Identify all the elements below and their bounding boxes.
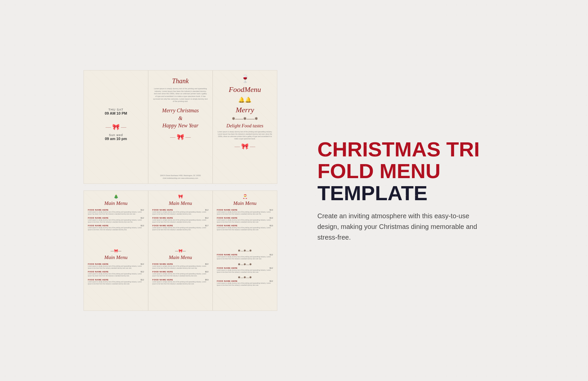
food-desc-1-1: Lorem ipsum is simply dummy text of the … xyxy=(88,211,144,216)
food-desc-2-3: Lorem ipsum is simply dummy text of the … xyxy=(152,227,208,231)
food-item-1-6: FOOD NAME HERE $12 Lorem ipsum is simply… xyxy=(88,279,144,285)
food-item-2-5: FOOD NAME HERE $22 Lorem ipsum is simply… xyxy=(152,271,208,277)
center-lorem: Lorem ipsum is simply dummy text of the … xyxy=(153,88,208,103)
bow-icon-center: 🎀 xyxy=(170,133,191,141)
top-panel-center: Thank Lorem ipsum is simply dummy text o… xyxy=(148,71,213,183)
hours-time-1: 09 AM 10 PM xyxy=(105,111,127,115)
food-desc-1-4: Lorem ipsum is simply dummy text of the … xyxy=(88,265,144,270)
christmas-icon-1: 🎄 xyxy=(88,194,144,199)
food-item-3-2: FOOD NAME HERE $13 Lorem ipsum is simply… xyxy=(217,217,273,224)
food-name-2-5: FOOD NAME HERE xyxy=(152,271,173,273)
bells-icon: 🔔🔔 xyxy=(238,97,252,103)
food-item-2-6: FOOD NAME HERE $53 Lorem ipsum is simply… xyxy=(152,279,208,285)
panel-2-bottom: Main Menu FOOD NAME HERE $22 Lorem ipsum… xyxy=(152,255,208,307)
food-name-2-3: FOOD NAME HERE xyxy=(152,225,173,227)
address-block: 2643 N Street Northwest 4456, Washington… xyxy=(153,174,208,179)
food-item-3-4: FOOD NAME HERE $12 Lorem ipsum is simply… xyxy=(217,254,273,260)
food-price-1-5: $12 xyxy=(141,271,144,273)
food-item-1-3: FOOD NAME HERE $13 Lorem ipsum is simply… xyxy=(88,225,144,231)
food-price-1-2: $12 xyxy=(141,217,144,219)
food-price-2-6: $53 xyxy=(205,279,208,281)
hours-block-2: Sun wed 09 am 10 pm xyxy=(105,133,127,141)
amp-text: & xyxy=(178,115,182,121)
top-panel-left: THU SAT 09 AM 10 PM 🎀 Sun wed 09 am 10 p… xyxy=(84,71,148,183)
food-price-2-3: $17 xyxy=(205,225,208,227)
description-text: Create an inviting atmosphere with this … xyxy=(317,211,491,243)
food-item-3-3: FOOD NAME HERE $13 Lorem ipsum is simply… xyxy=(217,225,273,231)
food-item-2-3: FOOD NAME HERE $17 Lorem ipsum is simply… xyxy=(152,225,208,231)
food-name-1-5: FOOD NAME HERE xyxy=(88,271,109,273)
food-price-1-1: $12 xyxy=(141,209,144,211)
food-name-3-3: FOOD NAME HERE xyxy=(217,225,238,227)
food-name-1-6: FOOD NAME HERE xyxy=(88,279,109,281)
panel-3-top: 🎅 Main Menu FOOD NAME HERE $13 Lorem ips… xyxy=(217,194,273,248)
food-price-3-3: $13 xyxy=(270,225,273,227)
food-price-1-4: $12 xyxy=(141,263,144,265)
inner-panel-1: 🎄 Main Menu FOOD NAME HERE $12 Lorem ips… xyxy=(84,191,148,310)
food-name-1-2: FOOD NAME HERE xyxy=(88,217,109,219)
food-name-1-1: FOOD NAME HERE xyxy=(88,209,109,211)
food-desc-3-3: Lorem ipsum is simply dummy text of the … xyxy=(217,227,273,231)
snowflake-divider-3b: ❄—❄—❄ xyxy=(217,263,273,266)
panel-2-top: 🎀 Main Menu FOOD NAME HERE $12 Lorem ips… xyxy=(152,194,208,247)
food-name-1-3: FOOD NAME HERE xyxy=(88,225,109,227)
food-desc-1-2: Lorem ipsum is simply dummy text of the … xyxy=(88,219,144,224)
food-name-2-6: FOOD NAME HERE xyxy=(152,279,173,281)
main-menu-title-1b: Main Menu xyxy=(88,255,144,260)
top-menu-card: THU SAT 09 AM 10 PM 🎀 Sun wed 09 am 10 p… xyxy=(84,70,277,184)
food-desc-3-6: Lorem ipsum is simply dummy text of the … xyxy=(217,282,273,287)
food-price-3-6: $12 xyxy=(270,280,273,282)
food-desc-2-5: Lorem ipsum is simply dummy text of the … xyxy=(152,273,208,277)
food-name-3-6: FOOD NAME HERE xyxy=(217,280,238,282)
christmas-icon-3: 🎅 xyxy=(217,194,273,199)
merry-christmas-text: Merry Christmas & Happy New Year xyxy=(162,107,199,129)
info-section: CHRISTMAS TRI FOLD MENU TEMPLATE Create … xyxy=(304,138,504,242)
main-menu-title-2a: Main Menu xyxy=(152,201,208,206)
main-menu-title-2b: Main Menu xyxy=(152,255,208,260)
food-desc-2-1: Lorem ipsum is simply dummy text of the … xyxy=(152,211,208,216)
title-line-1: CHRISTMAS TRI xyxy=(317,138,504,160)
merry-line1: Merry Christmas xyxy=(162,108,199,113)
food-price-3-1: $13 xyxy=(270,209,273,211)
right-lorem: Lorem ipsum is simply dummy text of the … xyxy=(217,131,272,140)
panel-1-bottom: Main Menu FOOD NAME HERE $12 Lorem ipsum… xyxy=(88,255,144,307)
thank-text: Thank xyxy=(172,77,189,85)
hours-block-1: THU SAT 09 AM 10 PM xyxy=(105,108,127,115)
merry-line2: Happy New Year xyxy=(162,123,198,128)
snowflake-divider-3: ❄—❄—❄ xyxy=(217,249,273,252)
food-price-3-4: $12 xyxy=(270,254,273,256)
food-desc-2-4: Lorem ipsum is simply dummy text of the … xyxy=(152,265,208,270)
food-name-3-2: FOOD NAME HERE xyxy=(217,217,238,219)
food-item-1-1: FOOD NAME HERE $12 Lorem ipsum is simply… xyxy=(88,209,144,216)
food-item-1-5: FOOD NAME HERE $12 Lorem ipsum is simply… xyxy=(88,271,144,277)
food-name-3-4: FOOD NAME HERE xyxy=(217,254,238,256)
food-item-3-5: FOOD NAME HERE $12 Lorem ipsum is simply… xyxy=(217,267,273,274)
small-bow-2: —🎀— xyxy=(152,249,208,253)
bottom-menu-card: 🎄 Main Menu FOOD NAME HERE $12 Lorem ips… xyxy=(84,190,277,311)
food-item-2-4: FOOD NAME HERE $22 Lorem ipsum is simply… xyxy=(152,263,208,270)
food-price-1-3: $13 xyxy=(141,225,144,227)
food-item-1-2: FOOD NAME HERE $12 Lorem ipsum is simply… xyxy=(88,217,144,224)
food-price-2-2: $12 xyxy=(205,217,208,219)
food-desc-1-3: Lorem ipsum is simply dummy text of the … xyxy=(88,227,144,231)
food-price-2-1: $12 xyxy=(205,209,208,211)
main-title: CHRISTMAS TRI FOLD MENU TEMPLATE xyxy=(317,138,504,204)
food-name-2-1: FOOD NAME HERE xyxy=(152,209,173,211)
bow-icon-right: 🎀 xyxy=(235,143,255,150)
snowflake-divider: ❄——❄——❄ xyxy=(232,116,258,121)
snowflake-divider-3c: ❄—❄—❄ xyxy=(217,276,273,279)
delight-text: Delight Food tastes xyxy=(227,123,263,129)
food-name-2-4: FOOD NAME HERE xyxy=(152,263,173,265)
hours-label-2: Sun wed xyxy=(105,133,127,137)
food-name-1-4: FOOD NAME HERE xyxy=(88,263,109,265)
panel-3-bottom: FOOD NAME HERE $12 Lorem ipsum is simply… xyxy=(217,254,273,307)
food-desc-3-5: Lorem ipsum is simply dummy text of the … xyxy=(217,269,273,274)
food-item-3-6: FOOD NAME HERE $12 Lorem ipsum is simply… xyxy=(217,280,273,287)
food-desc-2-2: Lorem ipsum is simply dummy text of the … xyxy=(152,219,208,224)
food-price-3-5: $12 xyxy=(270,267,273,269)
food-name-2-2: FOOD NAME HERE xyxy=(152,217,173,219)
main-menu-title-1a: Main Menu xyxy=(88,201,144,206)
inner-panel-3: 🎅 Main Menu FOOD NAME HERE $13 Lorem ips… xyxy=(213,191,277,310)
title-line-2: FOLD MENU xyxy=(317,160,504,182)
food-desc-3-1: Lorem ipsum is simply dummy text of the … xyxy=(217,211,273,216)
